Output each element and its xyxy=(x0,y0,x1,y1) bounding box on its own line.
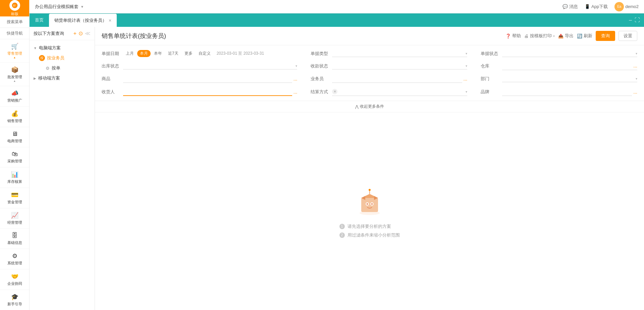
warehouse-dots[interactable]: ... xyxy=(633,63,637,68)
filter-row-4: 收货人 ... 结算方式 × ▾ 品牌 xyxy=(102,88,637,96)
sidebar-logo[interactable]: 好 标版 xyxy=(0,0,29,16)
message-icon: 💬 xyxy=(562,4,568,9)
sidebar-label-retail: 零售管理 xyxy=(7,51,22,56)
left-panel-tree: ▼ 电脑端方案 按 按业务员 ⚙ 按单 ▶ 移动端方案 xyxy=(30,40,95,86)
sales-icon: 💰 xyxy=(11,110,18,117)
company-name: 办公用品行业模拟账套 xyxy=(35,4,78,10)
tree-arrow-pc: ▼ xyxy=(34,46,37,50)
empty-illustration xyxy=(353,185,386,218)
sidebar-label-marketing: 营销推广 xyxy=(7,98,22,103)
print-btn[interactable]: 🖨 按模板打印 ▾ xyxy=(524,33,555,39)
collab-icon: 🤝 xyxy=(11,273,18,280)
sidebar-item-collab[interactable]: 🤝 企业协同 xyxy=(0,269,29,290)
sidebar-label-ecommerce: 电商管理 xyxy=(7,139,22,144)
collapse-btn[interactable]: ⋀ 收起更多条件 xyxy=(355,104,384,109)
newbie-icon: 🎓 xyxy=(11,293,18,301)
date-range-text: 2023-03-01 至 2023-03-31 xyxy=(217,51,264,56)
doc-type-select[interactable]: ▾ xyxy=(332,50,467,57)
app-download-btn[interactable]: 📱 App下载 xyxy=(585,4,608,10)
step-1-text: 请先选择要分析的方案 xyxy=(347,223,391,229)
goods-input[interactable] xyxy=(123,75,292,83)
warehouse-select[interactable]: ... xyxy=(502,62,637,70)
salesperson-badge: 按 xyxy=(39,55,45,61)
collapse-panel-btn[interactable]: ≪ xyxy=(85,30,91,37)
sidebar-item-newbie[interactable]: 🎓 新手引导 xyxy=(0,290,29,310)
filter-doc-type-item: 单据类型 ▾ xyxy=(311,50,467,57)
help-label: 帮助 xyxy=(512,33,521,39)
sidebar-item-wholesale[interactable]: 📦 批发管理 ▲ xyxy=(0,63,29,86)
sidebar-item-purchase[interactable]: 🛍 采购管理 xyxy=(0,147,29,167)
empty-step-2: 2 用过滤条件来缩小分析范围 xyxy=(339,232,400,238)
sidebar-item-basic[interactable]: 🗄 基础信息 xyxy=(0,229,29,249)
sidebar-item-sales[interactable]: 💰 销售管理 xyxy=(0,107,29,127)
company-dropdown-icon[interactable]: ▾ xyxy=(81,4,83,9)
sidebar-label-newbie: 新手引导 xyxy=(7,302,22,307)
out-status-select[interactable]: ▾ xyxy=(123,63,297,69)
salesperson-input[interactable] xyxy=(332,75,462,83)
filter-row-2: 出库状态 ▾ 收款状态 ▾ xyxy=(102,62,637,70)
receiver-dots[interactable]: ... xyxy=(293,89,298,95)
brand-input[interactable] xyxy=(502,88,632,96)
tabbar: 首页 销货单统计表（按业务员） × – ⛶ xyxy=(30,13,644,27)
sidebar-item-retail[interactable]: 🛒 零售管理 ▲ xyxy=(0,39,29,63)
doc-status-select[interactable]: ▾ xyxy=(502,50,637,57)
sidebar-label-purchase: 采购管理 xyxy=(7,159,22,164)
message-btn[interactable]: 💬 消息 xyxy=(562,4,578,10)
sidebar-item-system[interactable]: ⚙ 系统管理 xyxy=(0,249,29,269)
query-btn[interactable]: 查询 xyxy=(596,31,615,41)
edit-scheme-btn[interactable]: ⊙ xyxy=(78,30,83,37)
svg-text:好: 好 xyxy=(13,4,16,7)
tab-minimize-btn[interactable]: – xyxy=(629,17,632,23)
tab-sales-stats[interactable]: 销货单统计表（按业务员） × xyxy=(49,14,117,27)
date-filter: 上月 本月 本年 近7天 更多 自定义 2023-03-01 至 2023-03… xyxy=(123,50,297,57)
tree-section-mobile[interactable]: ▶ 移动端方案 xyxy=(30,73,95,83)
quick-nav-item[interactable]: 快捷导航 xyxy=(0,28,29,39)
user-profile-btn[interactable]: Ea demo2 xyxy=(614,2,639,11)
sidebar-item-operation[interactable]: 📈 经营管理 xyxy=(0,208,29,229)
payment-clear-btn[interactable]: × xyxy=(332,89,337,94)
date-tab-this-year[interactable]: 本年 xyxy=(151,50,165,57)
sidebar-item-inventory[interactable]: 📊 库存核算 xyxy=(0,167,29,188)
settings-btn[interactable]: 设置 xyxy=(619,31,637,41)
payment-select[interactable]: × ▾ xyxy=(332,88,467,96)
tree-item-by-order[interactable]: ⚙ 按单 xyxy=(39,63,95,73)
receipt-status-select[interactable]: ▾ xyxy=(332,63,467,69)
main-area: 办公用品行业模拟账套 ▾ 💬 消息 📱 App下载 Ea demo2 首页 xyxy=(30,0,644,310)
tree-arrow-mobile: ▶ xyxy=(34,76,36,80)
brand-label: 品牌 xyxy=(481,89,499,95)
help-btn[interactable]: ❓ 帮助 xyxy=(505,33,521,39)
tree-label-mobile: 移动端方案 xyxy=(38,75,60,81)
goods-dots[interactable]: ... xyxy=(293,76,298,82)
date-tab-more[interactable]: 更多 xyxy=(182,50,195,57)
tab-expand-btn[interactable]: ⛶ xyxy=(635,17,640,23)
date-tab-last-month[interactable]: 上月 xyxy=(123,50,137,57)
app-download-label: App下载 xyxy=(591,4,608,10)
wholesale-arrow: ▲ xyxy=(13,80,16,83)
sidebar-item-finance[interactable]: 💳 资金管理 xyxy=(0,188,29,208)
tab-home[interactable]: 首页 xyxy=(30,13,49,27)
empty-state: 1 请先选择要分析的方案 2 用过滤条件来缩小分析范围 xyxy=(95,112,644,310)
department-select[interactable]: ▾ xyxy=(502,75,637,82)
date-tab-this-month[interactable]: 本月 xyxy=(137,50,151,57)
sidebar-item-ecommerce[interactable]: 🖥 电商管理 xyxy=(0,127,29,147)
search-menu-item[interactable]: 搜索菜单 xyxy=(0,16,29,28)
refresh-btn[interactable]: 🔄 刷新 xyxy=(577,33,592,39)
export-btn[interactable]: 📤 导出 xyxy=(558,33,574,39)
print-dropdown-icon: ▾ xyxy=(553,34,555,38)
date-tab-custom[interactable]: 自定义 xyxy=(196,50,213,57)
doc-type-label: 单据类型 xyxy=(311,51,329,57)
user-label: demo2 xyxy=(625,4,639,9)
tree-item-by-salesperson[interactable]: 按 按业务员 xyxy=(39,53,95,63)
date-tab-last-7days[interactable]: 近7天 xyxy=(165,50,181,57)
logo-icon: 好 xyxy=(9,0,20,11)
page-header: 销售单统计表(按业务员) ❓ 帮助 🖨 按模板打印 ▾ 📤 导出 xyxy=(95,27,644,45)
tab-close-icon[interactable]: × xyxy=(109,18,111,23)
tree-section-pc[interactable]: ▼ 电脑端方案 xyxy=(30,43,95,53)
brand-dots[interactable]: ... xyxy=(633,89,637,95)
add-scheme-btn[interactable]: + xyxy=(73,31,76,37)
salesperson-dots[interactable]: ... xyxy=(464,76,468,82)
filter-date-item: 单据日期 上月 本月 本年 近7天 更多 自定义 2023-03-01 至 20… xyxy=(102,50,297,57)
sidebar-item-marketing[interactable]: 📣 营销推广 xyxy=(0,86,29,107)
tree-label-salesperson: 按业务员 xyxy=(47,55,64,61)
receiver-input[interactable] xyxy=(123,88,292,96)
